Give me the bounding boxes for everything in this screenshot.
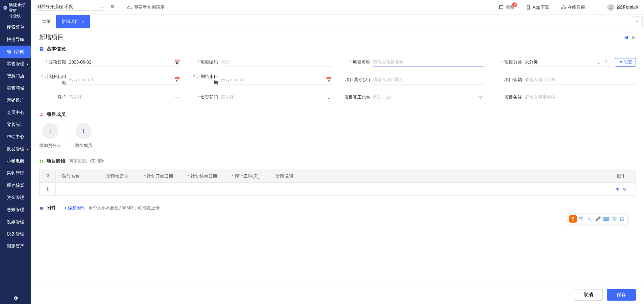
- field-name: 项目名称: [343, 57, 484, 67]
- add-member-button[interactable]: +: [75, 123, 92, 139]
- name-input[interactable]: [373, 57, 484, 67]
- ime-mic-icon[interactable]: 🎤: [594, 216, 601, 222]
- start-date-input[interactable]: [69, 57, 180, 67]
- help-icon[interactable]: ?: [603, 59, 610, 65]
- sidebar-sub-member[interactable]: 会员中心: [0, 106, 31, 119]
- amount-input[interactable]: [525, 75, 636, 84]
- sidebar-settings[interactable]: [0, 292, 31, 304]
- ime-lang[interactable]: 中: [578, 216, 585, 222]
- sidebar-quick-nav[interactable]: 快捷导航: [0, 33, 31, 46]
- category-settings-button[interactable]: 设置: [615, 58, 636, 67]
- delete-row-icon[interactable]: ⊖: [623, 186, 626, 192]
- cancel-button[interactable]: 取消: [574, 289, 603, 301]
- field-label: 计划结束日期: [191, 74, 218, 86]
- cell-desc[interactable]: [272, 183, 606, 196]
- sidebar-item-inventory[interactable]: 库存核算: [0, 179, 31, 192]
- section-members: 项目成员 + 添加责任人 + 添加成员: [39, 111, 636, 149]
- phases-note: (可不设置): [68, 158, 87, 164]
- dataset-settings[interactable]: [110, 4, 115, 10]
- more-icon[interactable]: ⋯: [173, 95, 180, 100]
- ime-toolbar[interactable]: S 中 •, 🎤 ⌨ 👕 ⊞: [567, 213, 628, 224]
- plan-end-input[interactable]: [221, 75, 332, 84]
- main: 测试分开流程-小况 ⌄ 我要看实例演示 消息 8 App下载: [31, 0, 644, 304]
- add-owner-block: + 添加责任人: [39, 123, 61, 149]
- chevron-down-icon[interactable]: ⌄: [326, 95, 332, 100]
- cell-plan-end[interactable]: [184, 183, 228, 196]
- caret-up-icon: ▴: [27, 62, 28, 66]
- sidebar-item-invoice[interactable]: 发票管理: [0, 216, 31, 228]
- caret-down-icon: ▾: [27, 147, 28, 151]
- chevron-down-icon[interactable]: ⌄: [595, 59, 602, 65]
- tab-new-project[interactable]: 新增项目 ×: [56, 15, 90, 28]
- user-menu[interactable]: 徐泽华修改: [607, 4, 639, 11]
- cell-op: ⊕ ⊖: [606, 183, 636, 196]
- field-label: 项目编码: [191, 59, 218, 65]
- sidebar-sub-smart-store[interactable]: 智慧门店: [0, 70, 31, 82]
- add-attachment-button[interactable]: + 添加附件: [64, 205, 86, 211]
- logo-icon: [3, 5, 7, 11]
- table-settings-header[interactable]: [40, 170, 56, 183]
- sidebar-item-project-contract[interactable]: 项目合同: [0, 46, 31, 58]
- plan-start-input[interactable]: [69, 75, 180, 84]
- sidebar-sub-retail-mall[interactable]: 零售商城: [0, 82, 31, 94]
- demo-link[interactable]: 我要看实例演示: [127, 4, 165, 10]
- next-button[interactable]: ▶: [632, 34, 636, 40]
- cell-phase-owner[interactable]: [103, 183, 140, 196]
- cell-plan-start[interactable]: [140, 183, 184, 196]
- ime-keyboard-icon[interactable]: ⌨: [602, 216, 609, 222]
- sidebar-item-retail[interactable]: 零售管理 ▴: [0, 58, 31, 70]
- remark-input[interactable]: [525, 93, 636, 102]
- prev-button[interactable]: ◀: [624, 34, 628, 40]
- sidebar-sub-help[interactable]: 帮助中心: [0, 131, 31, 143]
- sidebar-item-tax[interactable]: 税务管理: [0, 228, 31, 240]
- close-icon[interactable]: ×: [82, 19, 85, 24]
- sidebar-item-funds[interactable]: 资金管理: [0, 192, 31, 204]
- sidebar-sub-retail-stats[interactable]: 零售统计: [0, 119, 31, 131]
- field-remark: 项目备注: [495, 93, 636, 102]
- add-row-icon[interactable]: ⊕: [616, 186, 619, 192]
- service-button[interactable]: 在线客服: [561, 4, 585, 10]
- sidebar-item-wholesale[interactable]: 批发管理 ▾: [0, 143, 31, 155]
- progress-input[interactable]: [373, 93, 484, 102]
- cell-phase-name[interactable]: [56, 183, 103, 196]
- col-desc: 阶段说明: [272, 170, 606, 183]
- app-download-button[interactable]: App下载: [526, 4, 549, 10]
- add-owner-button[interactable]: +: [42, 123, 58, 139]
- sidebar-item-ledger[interactable]: 总账管理: [0, 204, 31, 216]
- plus-icon: +: [81, 127, 86, 135]
- tab-home[interactable]: 首页: [37, 15, 56, 28]
- ime-grid-icon[interactable]: ⊞: [619, 216, 625, 222]
- page-nav: ◀ ▶: [624, 34, 636, 40]
- sidebar-item-ecommerce[interactable]: 小畅电商: [0, 155, 31, 167]
- messages-button[interactable]: 消息 8: [499, 4, 514, 10]
- add-member-label: 添加成员: [75, 143, 92, 149]
- user-name: 徐泽华修改: [617, 4, 639, 10]
- col-plan-start: 计划开始日期: [140, 170, 184, 183]
- sidebar-sub-marketing[interactable]: 营销推广: [0, 94, 31, 106]
- dataset-select[interactable]: 测试分开流程-小况 ⌄: [37, 4, 104, 11]
- section-title: 附件: [47, 205, 56, 211]
- col-est-hours: 预计工时(天): [228, 170, 272, 183]
- col-phase-owner: 阶段负责人: [103, 170, 140, 183]
- code-input[interactable]: [221, 57, 332, 67]
- dept-select[interactable]: [221, 93, 332, 102]
- brand-name: 畅捷通好业财: [9, 2, 28, 14]
- save-button[interactable]: 保存: [607, 289, 636, 301]
- sidebar-item-purchase[interactable]: 采购管理: [0, 167, 31, 179]
- calendar-icon[interactable]: 📅: [326, 77, 332, 82]
- customer-select[interactable]: [69, 93, 180, 102]
- sidebar-item-assets[interactable]: 固定资产: [0, 240, 31, 252]
- sidebar-search-menu[interactable]: 搜索菜单: [0, 21, 31, 33]
- folder-icon: [39, 206, 44, 210]
- cell-est-hours[interactable]: [228, 183, 272, 196]
- calendar-icon[interactable]: 📅: [173, 59, 180, 65]
- close-icon: ×: [636, 19, 639, 24]
- ime-skin-icon[interactable]: 👕: [611, 216, 617, 222]
- help-icon[interactable]: ?: [477, 95, 484, 100]
- calendar-icon[interactable]: 📅: [173, 77, 180, 82]
- period-input[interactable]: [373, 75, 484, 84]
- ime-punct-icon[interactable]: •,: [586, 216, 593, 222]
- plus-icon: +: [48, 127, 52, 135]
- clear-phases-button[interactable]: ⌫ 清除: [90, 158, 104, 164]
- tabs-close-all[interactable]: ×: [632, 16, 643, 27]
